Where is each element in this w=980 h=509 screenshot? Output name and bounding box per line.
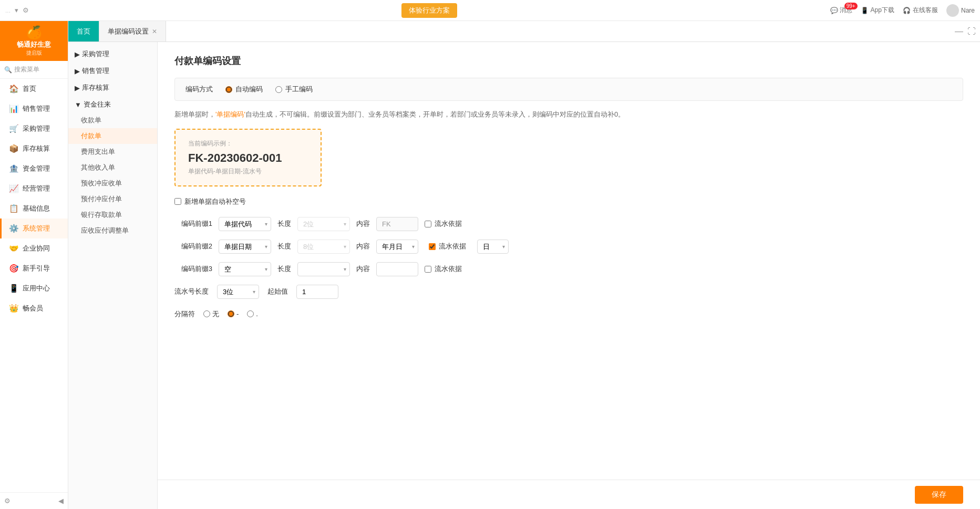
main-area: 首页 单据编码设置 ✕ — ⛶ ▶ 采购管理: [68, 21, 980, 509]
sidebar-item-home[interactable]: 🏠 首页: [0, 79, 68, 99]
tab-close-icon[interactable]: ✕: [152, 28, 157, 35]
prefix3-select-wrap[interactable]: 单据代码 单据日期 部门 业务员 空 ▾: [219, 262, 271, 276]
experience-button[interactable]: 体验行业方案: [401, 3, 457, 18]
left-nav-other-income[interactable]: 其他收入单: [68, 160, 157, 175]
prefix2-content-select-wrap[interactable]: 年月日 年月 年 ▾: [376, 240, 418, 254]
start-value-input[interactable]: [296, 285, 338, 299]
prefix3-stream-checkbox[interactable]: [425, 266, 431, 273]
prefix1-select-wrap[interactable]: 单据代码 单据日期 部门 业务员 空 ▾: [219, 217, 271, 231]
prefix1-select[interactable]: 单据代码 单据日期 部门 业务员 空: [224, 220, 260, 228]
tab-home[interactable]: 首页: [68, 21, 99, 41]
left-nav-expense[interactable]: 费用支出单: [68, 144, 157, 160]
left-nav-funds-label: 资金往来: [84, 100, 111, 109]
sep-none-input[interactable]: [203, 310, 210, 317]
left-nav-receipt[interactable]: 收款单: [68, 112, 157, 128]
chevron-down-icon[interactable]: ▾: [15, 6, 18, 14]
left-nav-inventory-toggle[interactable]: ▶ 库存核算: [68, 80, 157, 96]
tab-bar: 首页 单据编码设置 ✕ — ⛶: [68, 21, 980, 42]
purchase-icon: 🛒: [9, 124, 18, 133]
settings-bottom-icon[interactable]: ⚙: [4, 497, 11, 505]
sep-slash-input[interactable]: [247, 310, 254, 317]
prefix2-len-select-wrap[interactable]: 8位 ▾: [297, 240, 350, 254]
prefix2-content-select[interactable]: 年月日 年月 年: [382, 243, 411, 251]
serial-len-select[interactable]: 3位 4位 5位 6位: [223, 288, 242, 296]
auto-fill-checkbox[interactable]: [174, 198, 181, 205]
maximize-icon[interactable]: ⛶: [967, 27, 976, 36]
sidebar-item-purchase[interactable]: 🛒 采购管理: [0, 119, 68, 139]
prefix3-select[interactable]: 单据代码 单据日期 部门 业务员 空: [224, 265, 260, 273]
left-nav: ▶ 采购管理 ▶ 销售管理 ▶ 库存核算: [68, 42, 158, 509]
left-nav-prepay-receive[interactable]: 预收冲应收单: [68, 175, 157, 191]
prefix2-stream-label[interactable]: 流水依据: [429, 242, 467, 251]
prefix1-len-select[interactable]: 2位: [303, 220, 323, 228]
sidebar-label-appcenter: 应用中心: [23, 284, 50, 293]
prefix1-stream-checkbox[interactable]: [425, 221, 431, 227]
sidebar-bottom: ⚙ ◀: [0, 492, 68, 509]
left-nav-adjustment[interactable]: 应收应付调整单: [68, 223, 157, 238]
left-nav-inventory-label: 库存核算: [82, 83, 109, 92]
prefix3-len-select-wrap[interactable]: ▾: [297, 262, 350, 276]
save-button[interactable]: 保存: [915, 486, 963, 504]
save-bar: 保存: [158, 480, 980, 509]
collapse-icon[interactable]: ◀: [58, 497, 64, 505]
prefix2-select[interactable]: 单据代码 单据日期 部门 业务员 空: [224, 243, 260, 251]
sidebar-item-operations[interactable]: 📈 经营管理: [0, 179, 68, 199]
prefix2-len-select[interactable]: 8位: [303, 243, 323, 251]
prefix1-content-input[interactable]: [376, 217, 418, 231]
auto-encode-label: 自动编码: [235, 85, 263, 94]
code-preview-box: 当前编码示例： FK-20230602-001 单据代码-单据日期-流水号: [174, 129, 322, 186]
tab-bar-right: — ⛶: [955, 27, 980, 36]
prefix2-period-select-wrap[interactable]: 日 月 年 ▾: [477, 240, 509, 254]
prefix2-period-select[interactable]: 日 月 年: [483, 243, 498, 251]
sidebar-item-basic[interactable]: 📋 基础信息: [0, 199, 68, 219]
auto-encode-input[interactable]: [225, 86, 232, 93]
prefix1-len-arrow: ▾: [344, 221, 346, 227]
prefix3-content-input[interactable]: [376, 262, 418, 276]
service-icon: 🎧: [903, 7, 911, 14]
user-menu[interactable]: Nare: [946, 4, 975, 17]
sidebar-item-appcenter[interactable]: 📱 应用中心: [0, 278, 68, 298]
tab-encoding-settings[interactable]: 单据编码设置 ✕: [99, 21, 166, 41]
sep-none-radio[interactable]: 无: [203, 309, 219, 319]
sidebar-item-enterprise[interactable]: 🤝 企业协同: [0, 238, 68, 258]
sidebar-label-home: 首页: [23, 84, 36, 94]
sep-dash-input[interactable]: [228, 310, 234, 317]
auto-encode-radio[interactable]: 自动编码: [225, 85, 263, 94]
sep-slash-radio[interactable]: .: [247, 310, 258, 318]
left-nav-bank-deposit[interactable]: 银行存取款单: [68, 207, 157, 223]
sidebar-item-newguide[interactable]: 🎯 新手引导: [0, 258, 68, 278]
manual-encode-input[interactable]: [275, 86, 282, 93]
manual-encode-radio[interactable]: 手工编码: [275, 85, 313, 94]
prefix1-len-select-wrap[interactable]: 2位 ▾: [297, 217, 350, 231]
prefix2-stream-checkbox[interactable]: [429, 243, 436, 250]
prefix2-arrow: ▾: [265, 244, 267, 250]
sidebar-item-inventory[interactable]: 📦 库存核算: [0, 139, 68, 159]
sidebar-item-system[interactable]: ⚙️ 系统管理: [0, 219, 68, 238]
page-title: 付款单编码设置: [174, 55, 963, 67]
start-value-label: 起始值: [267, 287, 288, 296]
left-nav-payment[interactable]: 付款单: [68, 128, 157, 144]
search-menu-button[interactable]: 🔍 搜索菜单: [0, 61, 68, 79]
prefix3-len-select[interactable]: [303, 265, 312, 273]
serial-len-select-wrap[interactable]: 3位 4位 5位 6位 ▾: [217, 285, 259, 299]
sidebar-label-inventory: 库存核算: [23, 144, 50, 153]
message-button[interactable]: 💬 消息 99+: [830, 6, 852, 15]
prefix1-stream-label[interactable]: 流水依据: [425, 219, 462, 228]
app-download-button[interactable]: 📱 App下载: [861, 6, 894, 15]
sidebar-item-member[interactable]: 👑 畅会员: [0, 298, 68, 318]
prefix2-select-wrap[interactable]: 单据代码 单据日期 部门 业务员 空 ▾: [219, 240, 271, 254]
settings-icon[interactable]: ⚙: [23, 6, 29, 14]
left-nav-prepay-pay[interactable]: 预付冲应付单: [68, 191, 157, 207]
sidebar-menu: 🏠 首页 📊 销售管理 🛒 采购管理 📦 库存核算 🏦 资金管理 📈 经: [0, 79, 68, 492]
left-nav-sales-toggle[interactable]: ▶ 销售管理: [68, 63, 157, 79]
left-nav-funds-toggle[interactable]: ▼ 资金往来: [68, 97, 157, 112]
online-service-button[interactable]: 🎧 在线客服: [903, 6, 938, 15]
message-icon: 💬: [830, 7, 838, 14]
sidebar-item-finance[interactable]: 🏦 资金管理: [0, 159, 68, 179]
minimize-icon[interactable]: —: [955, 27, 963, 36]
sidebar-item-sales[interactable]: 📊 销售管理: [0, 99, 68, 119]
prefix3-stream-label[interactable]: 流水依据: [425, 264, 462, 274]
left-nav-purchase-toggle[interactable]: ▶ 采购管理: [68, 46, 157, 62]
sidebar-label-purchase: 采购管理: [23, 124, 50, 133]
sep-dash-radio[interactable]: -: [228, 310, 239, 318]
